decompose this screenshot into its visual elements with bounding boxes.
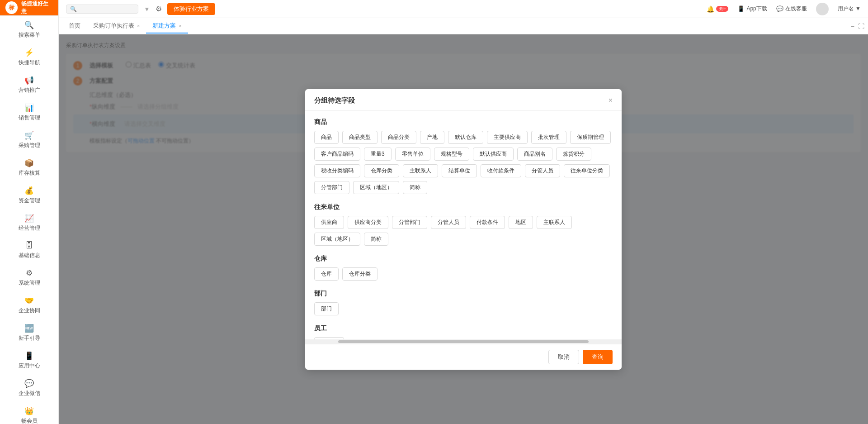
modal-close-btn[interactable]: × (609, 96, 613, 105)
field-tag[interactable]: 地区 (509, 216, 533, 229)
tab-新建方案[interactable]: 新建方案× (146, 19, 188, 33)
cancel-btn[interactable]: 取消 (548, 350, 579, 364)
tab-首页[interactable]: 首页 (62, 19, 87, 33)
tab-close-icon[interactable]: × (179, 23, 181, 29)
field-tag[interactable]: 往来单位分类 (564, 164, 610, 177)
field-tag[interactable]: 保质期管理 (570, 131, 611, 144)
modal-hscroll[interactable] (305, 339, 622, 343)
online-service-label: 在线客服 (785, 5, 807, 13)
sidebar-label-base: 基础信息 (19, 252, 40, 259)
sidebar-label-finance: 资金管理 (19, 197, 40, 205)
sidebar-item-member[interactable]: 👑畅会员 (0, 402, 58, 424)
field-tag[interactable]: 商品类型 (342, 131, 377, 144)
header-search[interactable]: 🔍 (66, 5, 138, 14)
logo-icon: 标 (5, 1, 18, 14)
field-tag[interactable]: 供应商分类 (348, 216, 388, 229)
field-tag[interactable]: 批次管理 (531, 131, 566, 144)
field-section-partner: 往来单位供应商供应商分类分管部门分管人员付款条件地区主联系人区域（地区）简称 (314, 203, 613, 246)
notification-icon: 🔔 (707, 5, 714, 13)
confirm-btn[interactable]: 查询 (583, 350, 613, 364)
field-tag[interactable]: 默认仓库 (448, 131, 483, 144)
sidebar-item-stock[interactable]: 📦库存核算 (0, 154, 58, 181)
search-input[interactable] (79, 6, 134, 12)
sidebar-label-purchase: 采购管理 (19, 142, 40, 149)
sidebar-item-finance[interactable]: 💰资金管理 (0, 181, 58, 209)
field-tag[interactable]: 仓库 (314, 267, 339, 281)
service-icon: 💬 (776, 5, 783, 12)
tab-close-icon[interactable]: × (137, 23, 140, 29)
search-icon: 🔍 (24, 20, 34, 30)
gear-icon[interactable]: ⚙ (156, 5, 162, 13)
field-tag[interactable]: 主联系人 (537, 216, 572, 229)
sidebar-nav: 🔍搜索菜单⚡快捷导航📢营销推广📊销售管理🛒采购管理📦库存核算💰资金管理📈经营管理… (0, 16, 58, 424)
tab-label: 新建方案 (152, 22, 176, 30)
tab-label: 首页 (69, 22, 80, 30)
tab-expand-icon[interactable]: ⛶ (858, 23, 864, 30)
field-tag[interactable]: 简称 (403, 181, 427, 194)
field-tag[interactable]: 主联系人 (403, 164, 438, 177)
field-tag[interactable]: 规格型号 (434, 148, 469, 161)
sidebar-item-ops[interactable]: 📈经营管理 (0, 209, 58, 237)
sidebar-item-wechat[interactable]: 💬企业微信 (0, 374, 58, 402)
field-tag[interactable]: 分管人员 (525, 164, 560, 177)
sidebar-label-wechat: 企业微信 (19, 390, 40, 397)
online-service-item[interactable]: 💬 在线客服 (776, 5, 807, 13)
field-tag[interactable]: 重量3 (364, 148, 392, 161)
field-tag[interactable]: 分管部门 (314, 181, 349, 194)
field-tag[interactable]: 部门 (314, 302, 339, 315)
sidebar-label-ops: 经营管理 (19, 224, 40, 232)
tab-采购订单执行表[interactable]: 采购订单执行表× (87, 19, 146, 33)
trial-btn[interactable]: 体验行业方案 (167, 3, 215, 15)
sidebar-item-guide[interactable]: 🆕新手引导 (0, 319, 58, 347)
sidebar-item-purchase[interactable]: 🛒采购管理 (0, 126, 58, 154)
sidebar-item-apps[interactable]: 📱应用中心 (0, 347, 58, 374)
field-tag[interactable]: 客户商品编码 (314, 148, 360, 161)
field-tag[interactable]: 商品别名 (517, 148, 552, 161)
section-title-employee: 员工 (314, 324, 613, 333)
finance-icon: 💰 (24, 186, 34, 195)
user-avatar[interactable] (816, 3, 829, 15)
field-tag[interactable]: 分管人员 (431, 216, 466, 229)
user-name[interactable]: 用户名 ▼ (838, 5, 861, 13)
field-tag[interactable]: 仓库分类 (342, 267, 377, 281)
sidebar-item-search[interactable]: 🔍搜索菜单 (0, 16, 58, 43)
section-title-goods: 商品 (314, 118, 613, 126)
field-tag[interactable]: 默认供应商 (473, 148, 514, 161)
sys-icon: ⚙ (26, 268, 33, 278)
sidebar-label-member: 畅会员 (21, 417, 38, 424)
notification-item[interactable]: 🔔 99+ (707, 5, 728, 13)
field-section-warehouse: 仓库仓库仓库分类 (314, 255, 613, 281)
field-tag[interactable]: 仓库分类 (364, 164, 399, 177)
sidebar-item-sys[interactable]: ⚙系统管理 (0, 264, 58, 291)
app-download-item[interactable]: 📱 App下载 (737, 5, 767, 13)
sidebar-item-marketing[interactable]: 📢营销推广 (0, 71, 58, 99)
field-tag[interactable]: 分管部门 (392, 216, 427, 229)
sidebar-item-base[interactable]: 🗄基础信息 (0, 237, 58, 264)
field-tag[interactable]: 商品 (314, 131, 339, 144)
sidebar-item-coop[interactable]: 🤝企业协同 (0, 291, 58, 319)
field-tag[interactable]: 商品分类 (381, 131, 416, 144)
apps-icon: 📱 (24, 351, 34, 361)
hscroll-thumb (338, 340, 589, 343)
field-tag[interactable]: 炼货积分 (556, 148, 591, 161)
field-tag[interactable]: 区域（地区） (353, 181, 399, 194)
field-tag[interactable]: 付款条件 (470, 216, 505, 229)
tab-label: 采购订单执行表 (93, 22, 134, 30)
field-tag[interactable]: 产地 (420, 131, 444, 144)
field-tag[interactable]: 零售单位 (395, 148, 430, 161)
tab-minimize-icon[interactable]: − (851, 23, 854, 30)
field-tag[interactable]: 收付款条件 (481, 164, 521, 177)
field-tag[interactable]: 供应商 (314, 216, 344, 229)
sidebar-item-sales[interactable]: 📊销售管理 (0, 99, 58, 126)
field-tag[interactable]: 结算单位 (442, 164, 477, 177)
sidebar-label-search: 搜索菜单 (19, 31, 40, 39)
field-tag[interactable]: 税收分类编码 (314, 164, 360, 177)
app-download-label: App下载 (746, 5, 767, 13)
sidebar-item-quick-nav[interactable]: ⚡快捷导航 (0, 43, 58, 71)
field-tag[interactable]: 简称 (364, 233, 388, 246)
section-title-partner: 往来单位 (314, 203, 613, 211)
field-tag[interactable]: 主要供应商 (487, 131, 528, 144)
field-tag[interactable]: 区域（地区） (314, 233, 360, 246)
sidebar-label-guide: 新手引导 (19, 334, 40, 342)
modal-title: 分组待选字段 (314, 96, 355, 105)
